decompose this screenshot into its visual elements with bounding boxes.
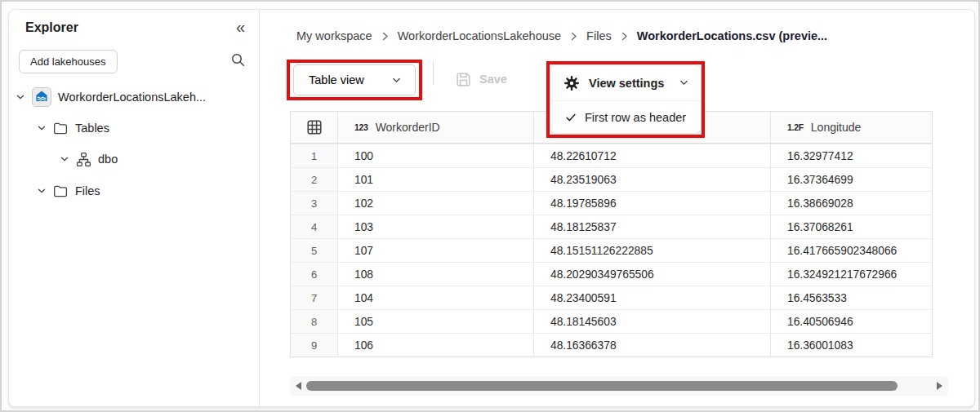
sidebar-item-label: dbo	[98, 153, 118, 166]
cell-longitude: 16.40506946	[771, 310, 932, 333]
table-row[interactable]: 7 104 48.23400591 16.4563533	[291, 286, 932, 309]
sidebar-item-label: Tables	[75, 122, 109, 135]
chevron-down-icon[interactable]	[60, 154, 69, 164]
table-row[interactable]: 5 107 48.15151126222885 16.4176659023480…	[291, 238, 932, 262]
sidebar-item-dbo[interactable]: dbo	[60, 147, 118, 171]
cell-workorderid: 106	[338, 334, 534, 357]
cell-latitude: 48.18125837	[534, 215, 771, 238]
breadcrumb-lakehouse[interactable]: WorkorderLocationsLakehouse	[398, 29, 561, 42]
table-row[interactable]: 4 103 48.18125837 16.37068261	[291, 215, 932, 238]
chevron-down-icon[interactable]	[37, 123, 47, 133]
table-row[interactable]: 3 102 48.19785896 16.38669028	[291, 191, 932, 215]
cell-longitude: 16.4563533	[771, 286, 932, 309]
breadcrumb-files[interactable]: Files	[586, 29, 612, 42]
scroll-left-arrow-icon[interactable]	[296, 382, 301, 390]
cell-longitude: 16.37068261	[771, 215, 932, 238]
row-number: 6	[291, 263, 338, 286]
column-header-label: Longitude	[811, 121, 862, 134]
cell-latitude: 48.19785896	[534, 192, 771, 215]
table-row[interactable]: 9 106 48.16366378 16.36001083	[291, 333, 932, 357]
row-number: 2	[291, 168, 338, 191]
table-row[interactable]: 6 108 48.20290349765506 16.3249212176729…	[291, 262, 932, 286]
explorer-sidebar: Explorer « Add lakehouses W	[9, 10, 260, 406]
chevron-right-icon	[569, 32, 578, 41]
row-number: 1	[291, 144, 338, 167]
sidebar-item-label: WorkorderLocationsLakeh...	[58, 91, 206, 104]
explorer-title: Explorer	[25, 20, 78, 35]
toolbar-divider	[433, 60, 434, 85]
cell-workorderid: 104	[338, 286, 534, 309]
scroll-right-arrow-icon[interactable]	[937, 382, 942, 390]
cell-latitude: 48.22610712	[534, 144, 771, 167]
cell-workorderid: 103	[338, 215, 534, 238]
table-grid-icon	[306, 119, 323, 135]
sidebar-item-files[interactable]: Files	[37, 179, 100, 203]
row-number: 7	[291, 286, 338, 309]
cell-workorderid: 101	[338, 168, 534, 191]
sidebar-item-label: Files	[75, 184, 100, 197]
cell-workorderid: 108	[338, 263, 534, 286]
scrollbar-thumb[interactable]	[306, 381, 898, 391]
breadcrumb-my-workspace[interactable]: My workspace	[296, 29, 372, 42]
row-number: 4	[291, 215, 338, 238]
chevron-down-icon[interactable]	[37, 186, 47, 196]
cell-workorderid: 100	[338, 144, 534, 167]
row-number: 9	[291, 334, 338, 357]
save-label: Save	[479, 73, 507, 86]
row-number: 5	[291, 239, 338, 262]
column-type-integer-icon: 123	[354, 122, 368, 132]
lakehouse-icon	[32, 87, 51, 107]
csv-preview-table: 123 WorkorderID 1.2F Longitude 1 100	[290, 111, 933, 357]
breadcrumb: My workspace WorkorderLocationsLakehouse…	[296, 27, 827, 45]
sidebar-item-tables[interactable]: Tables	[37, 116, 109, 140]
cell-latitude: 48.16366378	[534, 334, 771, 357]
cell-latitude: 48.23400591	[534, 286, 771, 309]
column-header-longitude[interactable]: 1.2F Longitude	[771, 112, 932, 143]
cell-longitude: 16.324921217672966	[771, 263, 932, 286]
chevron-down-icon	[391, 75, 402, 86]
main-content: My workspace WorkorderLocationsLakehouse…	[261, 10, 976, 406]
cell-latitude: 48.20290349765506	[534, 263, 771, 286]
lakehouse-card: Explorer « Add lakehouses W	[8, 9, 975, 407]
cell-workorderid: 107	[338, 239, 534, 262]
column-type-float-icon: 1.2F	[787, 122, 804, 132]
cell-latitude: 48.23519063	[534, 168, 771, 191]
table-row[interactable]: 8 105 48.18145603 16.40506946	[291, 309, 932, 333]
table-row[interactable]: 1 100 48.22610712 16.32977412	[291, 144, 932, 167]
folder-icon	[53, 184, 69, 198]
save-button[interactable]: Save	[455, 63, 507, 95]
row-number: 8	[291, 310, 338, 333]
cell-longitude: 16.32977412	[771, 144, 932, 167]
breadcrumb-current-file: WorkorderLocations.csv (previe...	[637, 29, 827, 42]
table-corner-cell[interactable]	[291, 112, 338, 143]
column-header-label: WorkorderID	[376, 121, 440, 134]
add-lakehouses-button[interactable]: Add lakehouses	[19, 50, 118, 73]
cell-workorderid: 102	[338, 192, 534, 215]
chevron-down-icon[interactable]	[16, 92, 25, 102]
sidebar-item-lakehouse[interactable]: WorkorderLocationsLakeh...	[16, 85, 206, 109]
schema-icon	[76, 152, 91, 167]
cell-latitude: 48.15151126222885	[534, 239, 771, 262]
column-header-workorderid[interactable]: 123 WorkorderID	[338, 112, 534, 143]
cell-longitude: 16.417665902348066	[771, 239, 932, 262]
cell-latitude: 48.18145603	[534, 310, 771, 333]
folder-icon	[53, 122, 69, 135]
chevron-right-icon	[620, 32, 629, 41]
collapse-sidebar-icon[interactable]: «	[236, 18, 245, 37]
chevron-right-icon	[381, 32, 390, 41]
cell-longitude: 16.38669028	[771, 192, 932, 215]
save-icon	[455, 71, 472, 88]
cell-longitude: 16.36001083	[771, 334, 932, 357]
annotation-box-view-settings	[546, 61, 705, 138]
table-view-label: Table view	[309, 73, 364, 86]
app-window: Explorer « Add lakehouses W	[0, 0, 980, 412]
horizontal-scrollbar[interactable]	[290, 376, 948, 396]
table-view-dropdown[interactable]: Table view	[293, 64, 416, 95]
cell-longitude: 16.37364699	[771, 168, 932, 191]
row-number: 3	[291, 192, 338, 215]
table-row[interactable]: 2 101 48.23519063 16.37364699	[291, 167, 932, 191]
cell-workorderid: 105	[338, 310, 534, 333]
search-icon[interactable]	[230, 52, 246, 68]
